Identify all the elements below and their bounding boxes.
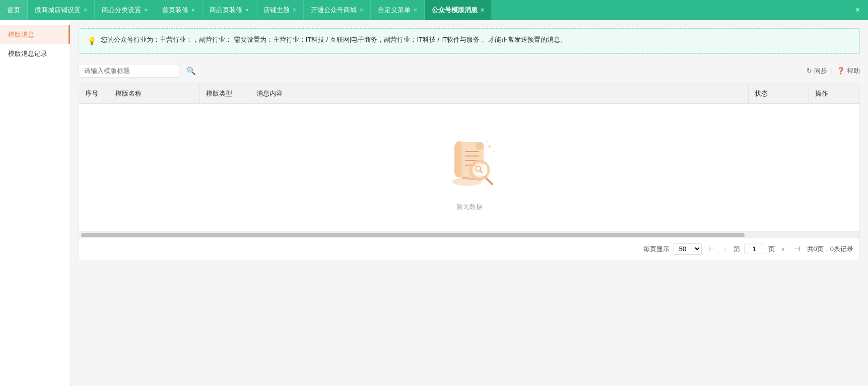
close-template-msg-btn[interactable]: × [481, 7, 484, 14]
notice-icon: 💡 [87, 35, 97, 47]
close-open-wechat-btn[interactable]: × [360, 7, 363, 14]
search-right: ↻ 同步 | ❓ 帮助 [807, 66, 860, 75]
nav-tab-open-wechat[interactable]: 开通公众号商城 × [304, 0, 371, 20]
help-icon: ❓ [837, 67, 845, 74]
search-divider: | [831, 67, 833, 74]
close-shop-theme-btn[interactable]: × [293, 7, 296, 14]
search-button[interactable]: 🔍 [183, 64, 199, 78]
first-page-btn[interactable]: ⊢ [706, 244, 717, 254]
scroll-thumb[interactable] [81, 233, 745, 237]
page-unit: 页 [768, 245, 775, 254]
top-nav: 首页 微商城店铺设置 × 商品分类设置 × 首页装修 × 商品页装修 × 店铺主… [0, 0, 868, 20]
th-type: 模版类型 [200, 84, 250, 103]
notice-suffix: 才能正常发送预置的消息。 [488, 36, 567, 43]
page-size-select[interactable]: 50 10 20 100 [674, 243, 702, 255]
nav-tab-home-label: 首页 [7, 6, 20, 15]
total-info: 共0页，0条记录 [807, 245, 853, 254]
th-action: 操作 [809, 84, 859, 103]
th-index: 序号 [79, 84, 109, 103]
page-input[interactable] [744, 244, 764, 254]
close-micro-shop-btn[interactable]: × [84, 7, 87, 14]
search-left: 🔍 [79, 64, 199, 78]
nav-tab-home[interactable]: 首页 [0, 0, 28, 20]
close-custom-menu-btn[interactable]: × [414, 7, 417, 14]
nav-tab-template-msg-label: 公众号模版消息 [432, 6, 478, 15]
last-page-btn[interactable]: ⊣ [791, 244, 803, 254]
search-input[interactable] [79, 64, 179, 78]
notice-box: 💡 您的公众号行业为：主营行业：，副营行业： 需要设置为：主营行业：IT科技 /… [79, 28, 860, 54]
close-product-category-btn[interactable]: × [144, 7, 148, 14]
scroll-bar-area[interactable] [79, 231, 859, 238]
th-name: 模版名称 [109, 84, 200, 103]
nav-tab-shop-theme[interactable]: 店铺主题 × [256, 0, 304, 20]
nav-tab-product-decor[interactable]: 商品页装修 × [203, 0, 256, 20]
svg-point-11 [493, 150, 495, 152]
close-home-decor-btn[interactable]: × [191, 7, 195, 14]
sidebar-item-template-record[interactable]: 模版消息记录 [0, 44, 70, 63]
sidebar-item-template-message[interactable]: 模版消息 [0, 25, 70, 44]
layout: 模版消息 模版消息记录 💡 您的公众号行业为：主营行业：，副营行业： 需要设置为… [0, 20, 868, 386]
main-content: 💡 您的公众号行业为：主营行业：，副营行业： 需要设置为：主营行业：IT科技 /… [71, 20, 868, 386]
sidebar-item-template-message-label: 模版消息 [8, 31, 34, 38]
th-status: 状态 [749, 84, 809, 103]
nav-tab-open-wechat-label: 开通公众号商城 [311, 6, 357, 15]
empty-illustration [439, 134, 500, 194]
search-bar: 🔍 ↻ 同步 | ❓ 帮助 [79, 64, 860, 78]
sync-icon: ↻ [807, 67, 812, 74]
nav-tab-micro-shop[interactable]: 微商城店铺设置 × [28, 0, 95, 20]
nav-tab-micro-shop-label: 微商城店铺设置 [35, 6, 81, 15]
nav-tab-custom-menu[interactable]: 自定义菜单 × [371, 0, 425, 20]
table-container: 序号 模版名称 模版类型 消息内容 状态 操作 [79, 84, 860, 260]
nav-close-all-btn[interactable]: × [847, 0, 868, 20]
prev-page-btn[interactable]: ‹ [721, 244, 729, 254]
nav-tab-custom-menu-label: 自定义菜单 [378, 6, 411, 15]
pagination: 每页显示 50 10 20 100 ⊢ ‹ 第 页 › ⊣ 共0页，0条记录 [79, 238, 859, 260]
notice-text: 您的公众号行业为：主营行业：，副营行业： 需要设置为：主营行业：IT科技 / 互… [101, 35, 567, 45]
empty-state: 暂无数据 [79, 104, 859, 231]
sidebar-item-template-record-label: 模版消息记录 [8, 50, 47, 57]
search-icon: 🔍 [186, 66, 196, 75]
nav-tab-product-decor-label: 商品页装修 [210, 6, 242, 15]
close-product-decor-btn[interactable]: × [245, 7, 249, 14]
nav-tab-template-msg[interactable]: 公众号模版消息 × [425, 0, 492, 20]
empty-text: 暂无数据 [456, 202, 483, 211]
nav-tab-home-decor-label: 首页装修 [162, 6, 188, 15]
next-page-btn[interactable]: › [779, 244, 787, 254]
help-button[interactable]: ❓ 帮助 [837, 66, 860, 75]
notice-highlight: 需要设置为：主营行业：IT科技 / 互联网|电子商务，副营行业：IT科技 / I… [234, 36, 487, 43]
svg-point-10 [488, 145, 491, 148]
nav-tab-product-category-label: 商品分类设置 [102, 6, 141, 15]
sync-label: 同步 [814, 66, 827, 75]
svg-point-12 [486, 140, 488, 142]
notice-prefix: 您的公众号行业为：主营行业：，副营行业： [101, 36, 232, 43]
page-size-label: 每页显示 [643, 245, 670, 254]
help-label: 帮助 [847, 66, 860, 75]
nav-tab-product-category[interactable]: 商品分类设置 × [95, 0, 155, 20]
table-header: 序号 模版名称 模版类型 消息内容 状态 操作 [79, 84, 859, 104]
nav-tab-home-decor[interactable]: 首页装修 × [155, 0, 203, 20]
sidebar: 模版消息 模版消息记录 [0, 20, 71, 386]
sync-button[interactable]: ↻ 同步 [807, 66, 827, 75]
page-label: 第 [733, 245, 740, 254]
nav-tab-shop-theme-label: 店铺主题 [263, 6, 290, 15]
th-content: 消息内容 [250, 84, 749, 103]
